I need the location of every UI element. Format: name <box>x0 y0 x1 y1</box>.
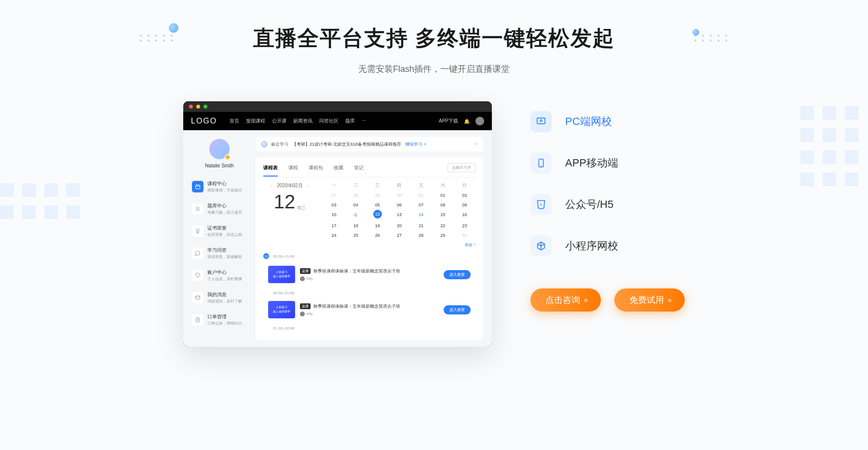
cal-day[interactable]: 06 <box>388 200 410 210</box>
platform-option-h5[interactable]: 5公众号/H5 <box>530 194 685 215</box>
cal-day[interactable]: 08 <box>432 200 454 210</box>
cal-day[interactable]: 13 <box>388 210 410 221</box>
cal-day[interactable]: 17 <box>323 221 345 231</box>
nav-item[interactable]: 首页 <box>230 118 239 124</box>
cal-day[interactable]: 01 <box>432 191 454 200</box>
cal-day[interactable]: 22 <box>432 221 454 231</box>
sidebar-item-msg[interactable]: 我的消息消息通知，及时了解 <box>188 288 251 307</box>
close-icon[interactable]: × <box>474 141 477 148</box>
cal-day[interactable]: 27 <box>388 231 410 240</box>
platform-option-phone[interactable]: APP移动端 <box>530 152 685 174</box>
sidebar-item-title: 题库中心 <box>207 203 242 209</box>
banner-text: 【考研】21设计考研-北邮交互618备考指南精品课程推荐 <box>292 141 401 148</box>
lesson-card[interactable]: 人机练习真人老师督学 直播秋季班课程体验课：五年级新概念英语尖子班 kitty … <box>263 297 475 322</box>
sidebar-item-title: 证书荣誉 <box>207 225 242 232</box>
tab-row: 课程表 课程 课程包 收藏 笔记 兑换学习卡 <box>263 163 475 177</box>
nav-item[interactable]: 发现课程 <box>246 118 265 124</box>
cal-day[interactable]: 29 <box>366 191 388 200</box>
cal-day[interactable]: 03 <box>323 200 345 210</box>
cal-day[interactable]: 14 <box>410 210 432 221</box>
cal-day[interactable]: 15 <box>432 210 454 221</box>
sidebar-item-title: 学习问答 <box>207 247 242 254</box>
redeem-card-button[interactable]: 兑换学习卡 <box>448 163 475 172</box>
cal-day[interactable]: 01 <box>454 231 475 240</box>
cal-day[interactable]: 28 <box>410 231 432 240</box>
cal-day[interactable]: 26 <box>366 231 388 240</box>
tab-package[interactable]: 课程包 <box>309 164 323 171</box>
platform-option-monitor[interactable]: PC端网校 <box>530 111 685 132</box>
consult-button[interactable]: 点击咨询» <box>530 288 601 312</box>
sidebar-item-sub: 消息通知，及时了解 <box>207 299 242 304</box>
cal-day[interactable]: 18 <box>345 221 366 231</box>
cal-day[interactable]: 09 <box>454 200 475 210</box>
cal-day[interactable]: 20 <box>388 221 410 231</box>
calendar-collapse[interactable]: 收起 ^ <box>323 242 475 247</box>
cal-day[interactable]: 07 <box>410 200 432 210</box>
cal-day[interactable]: 31 <box>410 191 432 200</box>
cal-day[interactable]: 10 <box>323 210 345 221</box>
profile-avatar[interactable] <box>209 139 230 159</box>
lesson-time: 20:30–21:00 <box>273 291 475 295</box>
bell-icon[interactable]: 🔔 <box>464 119 470 124</box>
option-label: APP移动端 <box>565 156 618 170</box>
sidebar-item-sub: 精彩课程，不容错过 <box>207 188 242 193</box>
nav-item[interactable]: 问答社区 <box>319 118 339 124</box>
tab-fav[interactable]: 收藏 <box>334 164 343 171</box>
timeline-dot: 12 <box>263 253 269 259</box>
prev-month-icon[interactable]: ‹ <box>271 183 272 189</box>
cal-weekday-head: 四 <box>388 182 410 189</box>
lesson-card[interactable]: 人机练习真人老师督学 直播秋季班课程体验课：五年级新概念英语尖子班 kitty … <box>263 262 475 287</box>
cal-day[interactable]: 30 <box>388 191 410 200</box>
bg-squares-left <box>0 183 80 219</box>
enter-class-button[interactable]: 进入教室 <box>444 305 471 314</box>
cal-day[interactable]: 24 <box>323 231 345 240</box>
platform-option-miniapp[interactable]: 小程序网校 <box>530 235 685 257</box>
continue-study-link[interactable]: 继续学习 > <box>405 141 426 148</box>
cal-day[interactable]: 25 <box>345 231 366 240</box>
sidebar-item-sub: 课后答疑，疑难解答 <box>207 254 242 259</box>
cal-day[interactable]: 23 <box>454 221 475 231</box>
cal-day[interactable]: 今 <box>345 210 366 221</box>
sidebar-item-badge[interactable]: 证书荣誉收获荣誉，持证上岗 <box>188 221 251 241</box>
gem-icon <box>192 270 203 281</box>
sidebar: Natalie Smith 课程中心精彩课程，不容错过题库中心海量习题，助力通关… <box>183 130 256 347</box>
msg-icon <box>192 292 203 303</box>
nav-items: 首页 发现课程 公开课 新闻资讯 问答社区 题库 ··· <box>230 118 366 124</box>
sidebar-item-chat[interactable]: 学习问答课后答疑，疑难解答 <box>188 244 251 263</box>
next-month-icon[interactable]: › <box>308 183 309 189</box>
cal-day[interactable]: 05 <box>366 200 388 210</box>
author-name: kitty <box>307 277 312 280</box>
nav-item[interactable]: 公开课 <box>272 118 286 124</box>
tab-course[interactable]: 课程 <box>288 164 298 171</box>
sidebar-item-calendar[interactable]: 课程中心精彩课程，不容错过 <box>188 177 251 196</box>
tab-schedule[interactable]: 课程表 <box>263 164 278 171</box>
vip-badge-icon <box>225 154 231 160</box>
phone-icon <box>530 152 552 174</box>
cal-day[interactable]: 27 <box>323 191 345 200</box>
cal-day[interactable]: 04 <box>345 200 366 210</box>
sidebar-item-gem[interactable]: 账户中心个人信息，实时掌握 <box>188 266 251 285</box>
cal-day[interactable]: 21 <box>410 221 432 231</box>
profile-name: Natalie Smith <box>188 163 251 168</box>
nav-item[interactable]: 题库 <box>345 118 355 124</box>
browser-mock: LOGO 首页 发现课程 公开课 新闻资讯 问答社区 题库 ··· APP下载 … <box>183 101 492 347</box>
cal-day[interactable]: 12 <box>373 210 382 218</box>
option-label: PC端网校 <box>565 114 612 129</box>
nav-item-more[interactable]: ··· <box>362 118 366 124</box>
lesson-title: 秋季班课程体验课：五年级新概念英语尖子班 <box>313 303 400 310</box>
sidebar-item-order[interactable]: 订单管理订单记录，明明白白 <box>188 310 251 329</box>
free-trial-button[interactable]: 免费试用» <box>614 288 685 312</box>
cal-day[interactable]: 29 <box>432 231 454 240</box>
cal-day[interactable]: 02 <box>454 191 475 200</box>
sidebar-item-list[interactable]: 题库中心海量习题，助力通关 <box>188 199 251 218</box>
enter-class-button[interactable]: 进入教室 <box>444 270 471 279</box>
avatar[interactable] <box>475 117 484 125</box>
nav-item[interactable]: 新闻资讯 <box>293 118 312 124</box>
bg-squares-right <box>800 106 858 186</box>
cal-day[interactable]: 28 <box>345 191 366 200</box>
tab-notes[interactable]: 笔记 <box>354 164 364 171</box>
cal-day[interactable]: 16 <box>454 210 475 221</box>
cal-weekday-head: 日 <box>454 182 475 189</box>
cal-day[interactable]: 19 <box>366 221 388 231</box>
app-download-link[interactable]: APP下载 <box>439 118 458 124</box>
